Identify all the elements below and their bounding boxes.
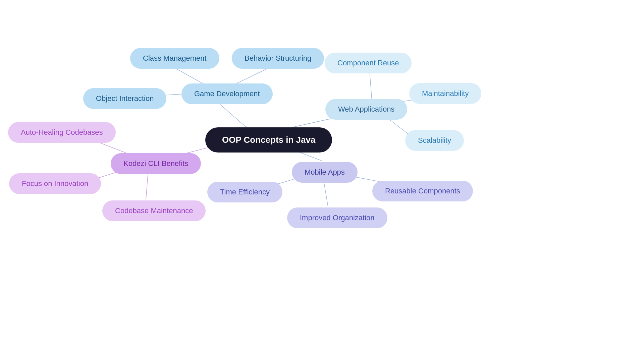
- game-development-node[interactable]: Game Development: [181, 83, 273, 104]
- object-interaction-node[interactable]: Object Interaction: [83, 88, 166, 109]
- time-efficiency-node[interactable]: Time Efficiency: [207, 182, 282, 202]
- codebase-maintenance-node[interactable]: Codebase Maintenance: [102, 200, 206, 221]
- reusable-components-node[interactable]: Reusable Components: [372, 181, 473, 201]
- maintainability-node[interactable]: Maintainability: [409, 83, 481, 104]
- center-node[interactable]: OOP Concepts in Java: [205, 127, 332, 153]
- behavior-structuring-node[interactable]: Behavior Structuring: [232, 48, 324, 69]
- focus-on-innovation-node[interactable]: Focus on Innovation: [9, 173, 101, 194]
- kodezi-cli-benefits-node[interactable]: Kodezi CLI Benefits: [111, 153, 201, 174]
- component-reuse-node[interactable]: Component Reuse: [325, 53, 412, 73]
- class-management-node[interactable]: Class Management: [130, 48, 219, 69]
- improved-organization-node[interactable]: Improved Organization: [287, 207, 387, 228]
- web-applications-node[interactable]: Web Applications: [325, 99, 407, 120]
- mobile-apps-node[interactable]: Mobile Apps: [292, 162, 358, 183]
- scalability-node[interactable]: Scalability: [405, 130, 464, 151]
- auto-healing-codebases-node[interactable]: Auto-Healing Codebases: [8, 122, 116, 143]
